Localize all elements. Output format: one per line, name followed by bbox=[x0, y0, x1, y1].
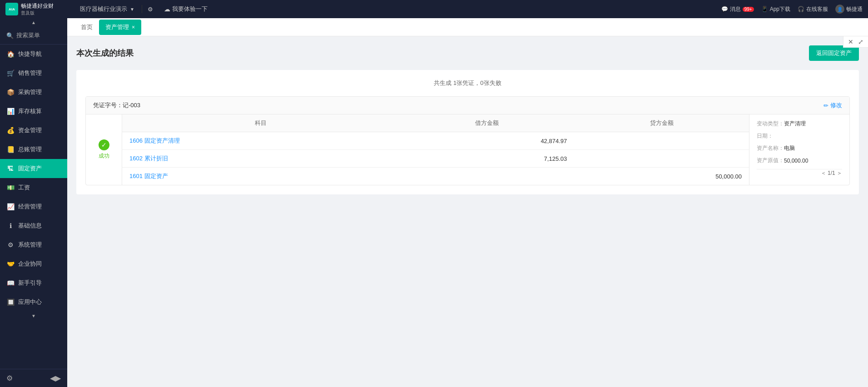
cloud-icon: ☁ bbox=[164, 5, 170, 13]
voucher-table: 科目 借方金额 贷方金额 1606 固定资产清理 42,874.97 bbox=[122, 114, 749, 185]
edit-icon: ✏ bbox=[823, 102, 828, 109]
result-header: 本次生成的结果 返回固定资产 bbox=[76, 45, 859, 61]
panel-controls: ✕ ⤢ bbox=[843, 36, 868, 48]
header-right: 💬 消息 99+ 📱 App下载 🎧 在线客服 👤 畅捷通 bbox=[721, 5, 863, 14]
sidebar-item-sales[interactable]: 🛒 销售管理 bbox=[0, 64, 67, 83]
experience-text: 我要体验一下 bbox=[172, 5, 208, 13]
logo-text-block: 畅捷通好业财 普及版 bbox=[21, 2, 54, 16]
home-icon: 🏠 bbox=[6, 50, 15, 58]
result-summary: 共生成 1张凭证，0张失败 bbox=[85, 79, 850, 87]
salary-icon: 💵 bbox=[6, 184, 15, 192]
sidebar-label: 库存核算 bbox=[18, 107, 42, 115]
sidebar-label: 经营管理 bbox=[18, 203, 42, 211]
asset-value-value: 50,000.00 bbox=[784, 158, 808, 164]
logo-sub: 普及版 bbox=[21, 10, 54, 16]
online-service-button[interactable]: 🎧 在线客服 bbox=[798, 5, 828, 13]
sidebar-label: 销售管理 bbox=[18, 69, 42, 77]
sidebar-item-guide[interactable]: 📖 新手引导 bbox=[0, 273, 67, 293]
asset-name-label: 资产名称： bbox=[757, 144, 784, 152]
sidebar-label: 固定资产 bbox=[18, 164, 42, 173]
sidebar-item-ledger[interactable]: 📒 总账管理 bbox=[0, 140, 67, 159]
col-subject: 科目 bbox=[122, 114, 399, 132]
message-button[interactable]: 💬 消息 99+ bbox=[721, 5, 754, 13]
sidebar-item-basic-info[interactable]: ℹ 基础信息 bbox=[0, 216, 67, 235]
online-service-label: 在线客服 bbox=[806, 5, 828, 13]
chevron-down-icon: ▼ bbox=[130, 7, 134, 12]
message-label: 消息 bbox=[730, 5, 741, 13]
debit-cell: 42,874.97 bbox=[399, 132, 574, 150]
close-panel-icon[interactable]: ✕ bbox=[848, 38, 853, 45]
headphone-icon: 🎧 bbox=[798, 6, 804, 12]
voucher-pagination: ＜ 1/1 ＞ bbox=[757, 169, 842, 177]
edit-label: 修改 bbox=[830, 101, 842, 109]
expand-panel-icon[interactable]: ⤢ bbox=[858, 38, 863, 45]
sidebar-item-app-center[interactable]: 🔲 应用中心 bbox=[0, 293, 67, 312]
sidebar-item-system[interactable]: ⚙ 系统管理 bbox=[0, 235, 67, 254]
sidebar-item-salary[interactable]: 💵 工资 bbox=[0, 178, 67, 197]
sidebar-label: 应用中心 bbox=[18, 298, 42, 306]
sidebar-scroll-up[interactable]: ▲ bbox=[0, 18, 67, 27]
side-info-date: 日期： bbox=[757, 132, 842, 140]
tab-close-icon[interactable]: × bbox=[132, 24, 135, 30]
sidebar-label: 快捷导航 bbox=[18, 50, 42, 58]
collab-icon: 🤝 bbox=[6, 260, 15, 268]
sidebar-item-purchase[interactable]: 📦 采购管理 bbox=[0, 83, 67, 102]
side-info-change-type: 变动类型： 资产清理 bbox=[757, 120, 842, 128]
user-label: 畅捷通 bbox=[846, 5, 863, 13]
sidebar-item-fixed-assets[interactable]: 🏗 固定资产 bbox=[0, 159, 67, 178]
user-button[interactable]: 👤 畅捷通 bbox=[835, 5, 863, 14]
settings-icon[interactable]: ⚙ bbox=[6, 374, 13, 382]
asset-value-label: 资产原值： bbox=[757, 157, 784, 164]
change-type-value: 资产清理 bbox=[784, 120, 806, 128]
voucher-card: 凭证字号：记-003 ✏ 修改 ✓ 成功 bbox=[85, 96, 850, 185]
app-download-button[interactable]: 📱 App下载 bbox=[761, 5, 790, 13]
sidebar-label: 新手引导 bbox=[18, 279, 42, 287]
sidebar-item-quick-nav[interactable]: 🏠 快捷导航 bbox=[0, 45, 67, 64]
settings-button[interactable]: ⚙ bbox=[142, 6, 159, 13]
credit-cell bbox=[574, 132, 749, 150]
sidebar-label: 企业协同 bbox=[18, 260, 42, 268]
asset-name-value: 电脑 bbox=[784, 144, 795, 152]
table-row: 1606 固定资产清理 42,874.97 bbox=[122, 132, 749, 150]
chevron-up-icon[interactable]: ▲ bbox=[31, 20, 36, 25]
logo-abbr: AtA bbox=[9, 7, 15, 11]
experience-button[interactable]: ☁ 我要体验一下 bbox=[159, 5, 213, 13]
search-label: 搜索菜单 bbox=[16, 31, 40, 40]
tab-asset-management[interactable]: 资产管理 × bbox=[99, 20, 141, 35]
sidebar-item-collab[interactable]: 🤝 企业协同 bbox=[0, 254, 67, 273]
voucher-edit-button[interactable]: ✏ 修改 bbox=[823, 101, 842, 109]
project-selector[interactable]: 医疗器械行业演示 ▼ bbox=[73, 5, 142, 13]
pagination-prev[interactable]: ＜ bbox=[821, 170, 826, 176]
voucher-number: 凭证字号：记-003 bbox=[93, 101, 140, 109]
sidebar-label: 采购管理 bbox=[18, 88, 42, 96]
check-icon: ✓ bbox=[99, 139, 109, 150]
content-wrapper: 首页 资产管理 × ✕ ⤢ 本次生成的结果 返回固定资产 共生成 1张凭证，0张… bbox=[67, 18, 868, 387]
sidebar-item-fund[interactable]: 💰 资金管理 bbox=[0, 121, 67, 140]
info-icon: ℹ bbox=[6, 222, 15, 230]
chevron-down-icon[interactable]: ▼ bbox=[31, 313, 36, 318]
purchase-icon: 📦 bbox=[6, 88, 15, 96]
sidebar-search[interactable]: 🔍 搜索菜单 bbox=[0, 27, 67, 45]
shopping-icon: 🛒 bbox=[6, 69, 15, 77]
top-header: AtA 畅捷通好业财 普及版 医疗器械行业演示 ▼ ⚙ ☁ 我要体验一下 💬 消… bbox=[0, 0, 868, 18]
app-download-label: App下载 bbox=[770, 5, 790, 13]
gear-icon: ⚙ bbox=[148, 6, 153, 13]
table-row: 1601 固定资产 50,000.00 bbox=[122, 168, 749, 185]
tab-bar: 首页 资产管理 × bbox=[67, 18, 868, 36]
logo-text: 畅捷通好业财 bbox=[21, 2, 54, 10]
sidebar-item-inventory[interactable]: 📊 库存核算 bbox=[0, 102, 67, 121]
collapse-icon[interactable]: ◀▶ bbox=[50, 374, 61, 382]
pagination-next[interactable]: ＞ bbox=[837, 170, 842, 176]
logo-icon: AtA bbox=[5, 3, 18, 15]
fund-icon: 💰 bbox=[6, 126, 15, 134]
return-fixed-assets-button[interactable]: 返回固定资产 bbox=[809, 45, 859, 61]
subject-cell: 1602 累计折旧 bbox=[122, 150, 399, 168]
sidebar-scroll-down[interactable]: ▼ bbox=[0, 312, 67, 320]
tab-home[interactable]: 首页 bbox=[74, 20, 99, 35]
voucher-header: 凭证字号：记-003 ✏ 修改 bbox=[86, 97, 849, 114]
sidebar-item-management[interactable]: 📈 经营管理 bbox=[0, 197, 67, 216]
search-icon: 🔍 bbox=[6, 32, 14, 39]
voucher-body: ✓ 成功 科目 借方金额 贷方金额 bbox=[86, 114, 849, 185]
sidebar-label: 基础信息 bbox=[18, 222, 42, 230]
sidebar-label: 总账管理 bbox=[18, 145, 42, 154]
